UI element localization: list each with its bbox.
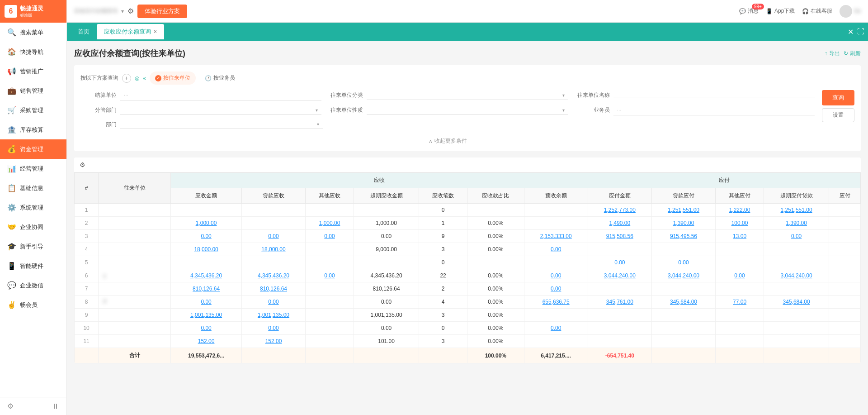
col-pay-amt[interactable] (588, 282, 651, 296)
tab-home[interactable]: 首页 (71, 24, 97, 39)
col-overdue-pay[interactable] (764, 322, 829, 335)
sidebar-item-purchase[interactable]: 🛒 采购管理 (0, 100, 66, 120)
col-recv-amt[interactable]: 18,000.00 (171, 243, 242, 256)
col-recv-amt[interactable]: 1,000.00 (171, 217, 242, 230)
col-overdue-pay[interactable]: 345,684.00 (764, 296, 829, 309)
col-pay-amt[interactable] (588, 322, 651, 335)
col-pay-amt[interactable]: 345,761.00 (588, 296, 651, 309)
col-loan-recv[interactable]: 810,126.64 (241, 282, 305, 296)
col-other-pay[interactable]: 100.00 (716, 217, 764, 230)
sidebar-item-hardware[interactable]: 📱 智能硬件 (0, 256, 66, 276)
topnav-gear-icon[interactable]: ⚙ (127, 7, 134, 15)
col-pay-amt[interactable] (588, 335, 651, 348)
col-loan-pay[interactable] (651, 335, 715, 348)
app-download-button[interactable]: 📱 App下载 (766, 7, 795, 15)
collapse-filter-button[interactable]: ∧ 收起更多条件 (80, 137, 815, 145)
sidebar-item-member[interactable]: ✌️ 畅会员 (0, 295, 66, 315)
sidebar-item-quick-nav[interactable]: 🏠 快捷导航 (0, 42, 66, 62)
setting-button[interactable]: 设置 (822, 108, 854, 122)
col-loan-recv[interactable] (241, 204, 305, 217)
filter-add-scheme-button[interactable]: + (122, 74, 131, 83)
filter-config-button[interactable]: ◎ (135, 75, 139, 81)
col-other-pay[interactable] (716, 243, 764, 256)
col-loan-recv[interactable] (241, 256, 305, 269)
table-settings-icon[interactable]: ⚙ (80, 161, 85, 168)
col-overdue-pay[interactable] (764, 256, 829, 269)
col-prepay[interactable]: 0.00 (524, 269, 588, 282)
col-prepay[interactable]: 0.00 (524, 282, 588, 296)
dept-select[interactable]: ▾ (120, 106, 321, 115)
col-prepay[interactable] (524, 335, 588, 348)
export-button[interactable]: ↑ 导出 (825, 50, 840, 57)
topnav-dropdown-arrow[interactable]: ▾ (121, 8, 124, 14)
settings-footer-icon[interactable]: ⚙ (7, 402, 14, 410)
sidebar-item-search-menu[interactable]: 🔍 搜索菜单 (0, 23, 66, 42)
col-loan-recv[interactable]: 0.00 (241, 230, 305, 243)
salesperson-input[interactable]: ··· (613, 105, 815, 115)
col-loan-pay[interactable] (651, 309, 715, 322)
col-recv-amt[interactable] (171, 256, 242, 269)
col-overdue-pay[interactable] (764, 335, 829, 348)
col-other-recv[interactable] (306, 282, 354, 296)
tabbar-close-icon[interactable]: ✕ (848, 28, 854, 36)
promo-button[interactable]: 体验行业方案 (137, 5, 187, 18)
settlement-unit-input[interactable]: ··· (120, 90, 321, 100)
col-recv-amt[interactable]: 152.00 (171, 335, 242, 348)
sidebar-item-operations[interactable]: 📊 经营管理 (0, 159, 66, 178)
col-pay-amt[interactable]: 3,044,240.00 (588, 269, 651, 282)
col-recv-amt[interactable]: 810,126.64 (171, 282, 242, 296)
col-other-pay[interactable] (716, 322, 764, 335)
refresh-button[interactable]: ↻ 刷新 (844, 50, 861, 57)
col-loan-pay[interactable]: 915,495.56 (651, 230, 715, 243)
tabbar-expand-icon[interactable]: ⛶ (857, 28, 864, 36)
col-pay-amt[interactable]: 0.00 (588, 256, 651, 269)
partner-name-input[interactable] (613, 93, 815, 97)
col-loan-recv[interactable]: 18,000.00 (241, 243, 305, 256)
col-loan-recv[interactable]: 1,001,135.00 (241, 309, 305, 322)
col-loan-recv[interactable]: 0.00 (241, 322, 305, 335)
col-pay-amt[interactable]: 1,252,773.00 (588, 204, 651, 217)
col-other-pay[interactable]: 0.00 (716, 269, 764, 282)
online-service-button[interactable]: 🎧 在线客服 (802, 7, 832, 15)
dept2-select[interactable]: ▾ (120, 120, 323, 129)
col-recv-amt[interactable]: 1,001,135.00 (171, 309, 242, 322)
col-loan-pay[interactable]: 3,044,240.00 (651, 269, 715, 282)
col-loan-pay[interactable] (651, 282, 715, 296)
message-button[interactable]: 💬 消息 99+ (739, 7, 759, 15)
col-loan-pay[interactable]: 345,684.00 (651, 296, 715, 309)
sidebar-item-marketing[interactable]: 📢 营销推广 (0, 62, 66, 81)
partner-nature-select[interactable]: ▾ (367, 106, 568, 115)
col-recv-amt[interactable]: 0.00 (171, 296, 242, 309)
col-pay-amt[interactable]: 915,508.56 (588, 230, 651, 243)
user-avatar-area[interactable]: Rit (840, 5, 861, 18)
col-pay-amt[interactable]: 1,490.00 (588, 217, 651, 230)
footer-recv-total[interactable]: 19,553,472,6... (171, 348, 242, 363)
col-overdue-pay[interactable]: 1,390.00 (764, 217, 829, 230)
col-prepay[interactable] (524, 217, 588, 230)
sidebar-item-wechat[interactable]: 💬 企业微信 (0, 276, 66, 295)
table-scroll[interactable]: # 往来单位 应收 应付 应收金额 贷款应收 其他应收 超期应收金额 应收笔数 … (74, 172, 861, 363)
tab-close-icon[interactable]: × (154, 29, 157, 35)
col-other-recv[interactable] (306, 243, 354, 256)
col-loan-pay[interactable] (651, 322, 715, 335)
col-recv-amt[interactable]: 4,345,436.20 (171, 269, 242, 282)
col-loan-recv[interactable]: 0.00 (241, 296, 305, 309)
col-loan-recv[interactable]: 152.00 (241, 335, 305, 348)
col-loan-pay[interactable]: 0.00 (651, 256, 715, 269)
col-other-recv[interactable]: 0.00 (306, 230, 354, 243)
sidebar-item-collab[interactable]: 🤝 企业协同 (0, 217, 66, 237)
col-other-pay[interactable] (716, 282, 764, 296)
sidebar-item-finance[interactable]: 💰 资金管理 (0, 139, 66, 159)
col-other-pay[interactable]: 1,222.00 (716, 204, 764, 217)
col-other-recv[interactable]: 1,000.00 (306, 217, 354, 230)
col-prepay[interactable] (524, 204, 588, 217)
col-other-recv[interactable] (306, 256, 354, 269)
col-other-recv[interactable] (306, 322, 354, 335)
col-other-recv[interactable] (306, 204, 354, 217)
col-pay-amt[interactable] (588, 309, 651, 322)
col-other-recv[interactable]: 0.00 (306, 269, 354, 282)
col-prepay[interactable]: 655,636.75 (524, 296, 588, 309)
col-other-recv[interactable] (306, 335, 354, 348)
col-overdue-pay[interactable]: 1,251,551.00 (764, 204, 829, 217)
col-other-recv[interactable] (306, 309, 354, 322)
